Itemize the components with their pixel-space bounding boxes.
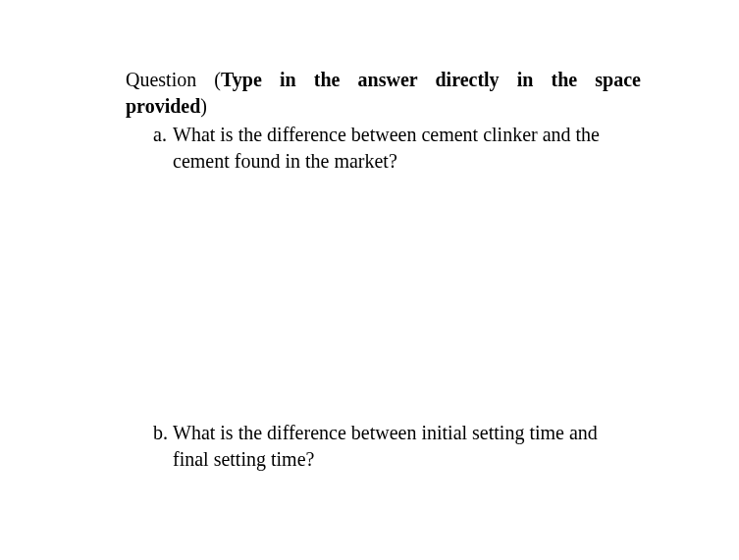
question-header-line1: Question (Type in the answer directly in… <box>126 67 641 93</box>
question-instruction-line2: provided <box>126 95 200 117</box>
item-a-marker: a. <box>153 122 167 148</box>
question-item-a: a. What is the difference between cement… <box>126 122 641 175</box>
question-item-b: b. What is the difference between initia… <box>126 420 641 473</box>
question-prefix: Question ( <box>126 69 221 90</box>
item-b-marker: b. <box>153 420 168 446</box>
item-a-text-line2: cement found in the market? <box>173 148 641 175</box>
item-b-text-line2: final setting time? <box>173 446 641 473</box>
question-suffix: ) <box>200 95 207 117</box>
question-instruction-line1: Type in the answer directly in the space <box>221 69 641 90</box>
item-b-text-line1: What is the difference between initial s… <box>173 420 641 446</box>
item-a-text-line1: What is the difference between cement cl… <box>173 122 641 148</box>
question-header-line2: provided) <box>126 93 641 120</box>
